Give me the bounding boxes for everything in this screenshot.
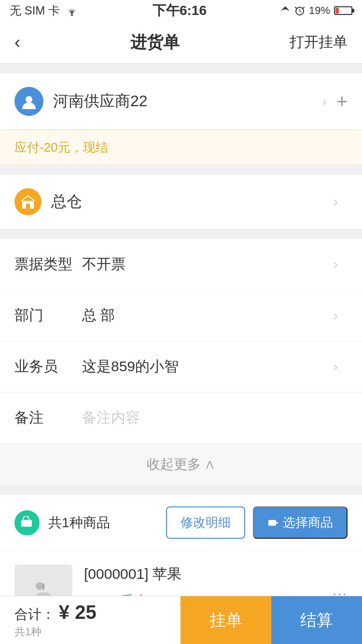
supplier-avatar-icon: [20, 93, 38, 110]
battery-text: 19%: [309, 4, 330, 17]
department-row[interactable]: 部门 总 部 ›: [0, 290, 362, 341]
product-name: [0000001] 苹果: [84, 564, 321, 584]
supplier-avatar: [14, 87, 43, 116]
warehouse-icon-circle: [14, 188, 42, 215]
footer: 合计： ¥ 25 共1种 挂单 结算: [0, 596, 362, 644]
open-hold-button[interactable]: 打开挂单: [290, 32, 348, 52]
collapse-button[interactable]: 收起更多 ∧: [0, 443, 362, 485]
gap-1: [0, 64, 362, 73]
gap-3: [0, 229, 362, 238]
invoice-type-value: 不开票: [82, 254, 334, 274]
product-count-text: 共1种商品: [48, 514, 166, 532]
select-product-icon: [267, 517, 279, 529]
invoice-chevron-icon: ›: [334, 257, 338, 272]
department-label: 部门: [14, 306, 82, 325]
invoice-type-row[interactable]: 票据类型 不开票 ›: [0, 238, 362, 290]
svg-rect-5: [21, 520, 32, 527]
product-header: 共1种商品 修改明细 选择商品: [0, 495, 362, 551]
notice-bar: 应付-20元，现结: [0, 130, 362, 165]
warehouse-name: 总仓: [51, 191, 334, 212]
total-count: 共1种: [14, 625, 166, 639]
remark-row[interactable]: 备注 备注内容: [0, 392, 362, 443]
page-title: 进货单: [130, 31, 180, 54]
back-button[interactable]: ‹: [14, 32, 20, 53]
alarm-icon: [294, 5, 305, 16]
supplier-name: 河南供应商22: [53, 91, 322, 112]
salesperson-row[interactable]: 业务员 这是859的小智 ›: [0, 341, 362, 392]
department-chevron-icon: ›: [334, 308, 338, 323]
product-title: 苹果: [153, 566, 181, 582]
svg-rect-6: [268, 520, 276, 526]
hold-button[interactable]: 挂单: [181, 596, 271, 644]
carrier-text: 无 SIM 卡: [10, 3, 60, 18]
warehouse-building-icon: [20, 194, 36, 210]
salesperson-chevron-icon: ›: [334, 359, 338, 375]
battery-icon: [334, 6, 352, 15]
wifi-icon: [65, 5, 79, 16]
select-product-label: 选择商品: [283, 514, 333, 531]
location-icon: [280, 5, 291, 16]
select-product-button[interactable]: 选择商品: [253, 506, 348, 539]
warehouse-chevron-icon: ›: [334, 194, 338, 210]
remark-label: 备注: [14, 408, 82, 428]
svg-point-0: [71, 14, 73, 16]
supplier-row[interactable]: 河南供应商22 › +: [0, 73, 362, 129]
total-label: 合计：: [14, 607, 55, 622]
modify-detail-button[interactable]: 修改明细: [166, 506, 245, 539]
warehouse-row[interactable]: 总仓 ›: [0, 175, 362, 229]
settle-button[interactable]: 结算: [271, 596, 362, 644]
svg-point-2: [26, 96, 32, 103]
salesperson-value: 这是859的小智: [82, 357, 334, 377]
gap-4: [0, 485, 362, 495]
nav-bar: ‹ 进货单 打开挂单: [0, 21, 362, 64]
salesperson-label: 业务员: [14, 357, 82, 377]
cart-icon: [20, 516, 34, 530]
status-left: 无 SIM 卡: [10, 3, 79, 18]
status-right: 19%: [280, 4, 352, 17]
remark-input[interactable]: 备注内容: [82, 408, 348, 428]
invoice-type-label: 票据类型: [14, 254, 82, 274]
add-supplier-button[interactable]: +: [336, 92, 348, 111]
footer-summary: 合计： ¥ 25 共1种: [0, 602, 181, 639]
gap-2: [0, 165, 362, 175]
svg-rect-4: [26, 204, 30, 209]
product-count-icon: [14, 510, 40, 535]
status-time: 下午6:16: [153, 1, 207, 20]
status-bar: 无 SIM 卡 下午6:16 19%: [0, 0, 362, 21]
department-value: 总 部: [82, 306, 334, 325]
supplier-chevron-icon: ›: [322, 94, 326, 109]
total-amount: ¥ 25: [59, 602, 97, 623]
product-code: [0000001]: [84, 566, 148, 582]
